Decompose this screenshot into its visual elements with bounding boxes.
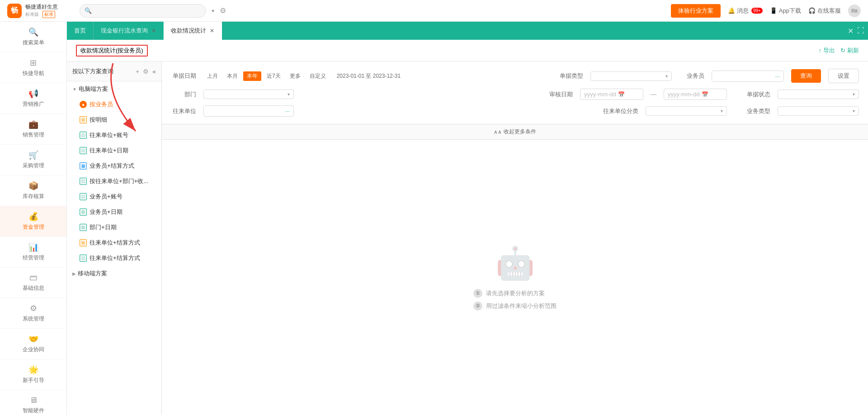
sidebar-item-sales[interactable]: 💼 销售管理 [0,114,66,145]
date-tab-last-month[interactable]: 上月 [203,71,222,81]
scheme-item-supplier-date[interactable]: □ 往来单位+日期 [74,143,161,158]
scheme-item-supplier-dept[interactable]: □ 按往来单位+部门+收... [74,174,161,189]
date-tab-this-month[interactable]: 本月 [223,71,241,81]
tab-receipt[interactable]: 收款情况统计 ✕ [164,22,222,40]
collapse-panel-icon[interactable]: « [152,68,156,75]
date-tab-custom[interactable]: 自定义 [306,71,330,81]
review-date-end-input[interactable]: yyyy-mm-dd 📅 [664,89,727,100]
supplier-date-icon: □ [80,147,87,154]
sidebar-item-hardware[interactable]: 🖥 智能硬件 [0,390,66,415]
top-actions: 体验行业方案 🔔 消息 99+ 📱 App下载 🎧 在线客服 Rit [671,4,861,18]
dept-filter-label: 部门 [171,90,196,99]
scheme-item-staff-date[interactable]: ⊙ 业务员+日期 [74,204,161,220]
left-panel: 按以下方案查询 + ⚙ « ▼ 电脑端方案 ● 按业务员 [67,61,162,415]
refresh-button[interactable]: ↻ 刷新 [840,47,859,55]
business-type-select[interactable]: ▾ [778,106,859,116]
grid-icon: ⊞ [30,58,37,68]
calendar-end-icon[interactable]: 📅 [702,91,708,98]
sidebar-item-search[interactable]: 🔍 搜索菜单 [0,22,66,52]
search-input[interactable] [94,8,201,14]
sidebar-item-system[interactable]: ⚙ 系统管理 [0,298,66,329]
top-search-bar[interactable]: 🔍 [80,4,206,18]
sidebar-item-basic[interactable]: 🗃 基础信息 [0,268,66,298]
settings-button[interactable]: 设置 [828,69,859,83]
staff-select[interactable]: ··· [712,71,784,82]
date-tab-more[interactable]: 更多 [286,71,304,81]
collapse-button[interactable]: ∧∧ 收起更多条件 [494,128,536,136]
scheme-item-by-detail[interactable]: ⊞ 按明细 [74,112,161,127]
partner-select[interactable]: ··· [203,105,294,117]
online-service-label: 在线客服 [817,7,841,15]
bank-tab-close[interactable]: ✕ [151,28,156,34]
empty-state: 🤖 ① 请先选择要分析的方案 ② 用过滤条件来缩小分析范围 [162,140,868,415]
receipt-tab-close[interactable]: ✕ [210,28,214,34]
std-badge: 标准 [42,11,55,18]
logo-area: 畅 畅捷通好生意 标准版 标准 [7,3,74,18]
date-tab-last7[interactable]: 近7天 [263,71,284,81]
desktop-section-label: 电脑端方案 [79,85,108,93]
refresh-icon: ↻ [840,47,845,54]
user-avatar[interactable]: Rit [848,5,861,17]
tab-home[interactable]: 首页 [67,22,94,40]
voucher-status-select[interactable]: ▾ [778,90,859,99]
sidebar-item-operations[interactable]: 📊 经营管理 [0,237,66,268]
sidebar-item-marketing[interactable]: 📢 营销推广 [0,83,66,114]
home-tab-label: 首页 [74,27,86,35]
step-2-number: ② [473,302,482,311]
main-layout: 🔍 搜索菜单 ⊞ 快捷导航 📢 营销推广 💼 销售管理 🛒 采购管理 📦 库存核… [0,22,868,415]
staff-date-label: 业务员+日期 [90,208,123,216]
mobile-section-header[interactable]: ▶ 移动端方案 [67,266,161,281]
date-tab-this-year[interactable]: 本年 [243,71,261,81]
trial-button[interactable]: 体验行业方案 [671,4,721,18]
by-detail-label: 按明细 [90,116,107,124]
tab-bank[interactable]: 现金银行流水查询 ✕ [94,22,164,40]
staff-dots[interactable]: ··· [775,73,780,80]
online-service-item[interactable]: 🎧 在线客服 [808,7,841,15]
expand-window-icon[interactable]: ⛶ [857,27,864,35]
sidebar-item-corp[interactable]: 🤝 企业协同 [0,329,66,359]
app-download-item[interactable]: 📱 App下载 [770,7,801,15]
scheme-item-supplier-account[interactable]: □ 往来单位+账号 [74,127,161,143]
empty-steps: ① 请先选择要分析的方案 ② 用过滤条件来缩小分析范围 [473,289,557,311]
scheme-item-by-staff[interactable]: ● 按业务员 [74,97,161,112]
step-1-label: 请先选择要分析的方案 [486,289,545,297]
calendar-start-icon[interactable]: 📅 [618,91,625,98]
hardware-icon: 🖥 [29,396,38,405]
filter-row-3: 往来单位 ··· 往来单位分类 ▾ 业务类型 [171,105,859,117]
scheme-item-dept-date[interactable]: ⊙ 部门+日期 [74,220,161,235]
sidebar-item-purchase[interactable]: 🛒 采购管理 [0,145,66,175]
sidebar-item-finance[interactable]: 💰 资金管理 [0,206,66,237]
top-icon-group: 🔔 消息 99+ 📱 App下载 🎧 在线客服 Rit [728,5,861,17]
export-button[interactable]: ↑ 导出 [819,47,835,55]
review-date-end-value: yyyy-mm-dd [668,91,700,98]
voucher-type-select[interactable]: ▾ [590,71,672,81]
scheme-settings-icon[interactable]: ⚙ [143,68,149,75]
notification-item[interactable]: 🔔 消息 99+ [728,7,763,15]
dept-select[interactable]: ▾ [203,90,294,99]
window-controls: ✕ ⛶ [848,22,868,40]
top-dropdown[interactable]: ▾ [212,8,214,14]
scheme-item-staff-settle[interactable]: ▦ 业务员+结算方式 [74,158,161,174]
partner-dots[interactable]: ··· [285,108,290,114]
add-scheme-button[interactable]: + [136,68,139,75]
purchase-icon: 🛒 [28,150,38,160]
settings-icon[interactable]: ⚙ [220,6,226,15]
query-button[interactable]: 查询 [791,69,821,83]
dept-dropdown-icon: ▾ [288,92,290,97]
scheme-item-supplier-settle[interactable]: ⊞ 往来单位+结算方式 [74,235,161,250]
logo-sub-text: 标准版 [25,11,39,18]
scheme-item-supplier-settle2[interactable]: □ 往来单位+结算方式 [74,250,161,266]
desktop-section-header[interactable]: ▼ 电脑端方案 [67,81,161,97]
close-window-icon[interactable]: ✕ [848,27,854,35]
panel-title: 按以下方案查询 [72,67,132,75]
search-icon: 🔍 [28,27,38,37]
operations-icon: 📊 [28,242,38,252]
sidebar-item-nav[interactable]: ⊞ 快捷导航 [0,52,66,83]
sidebar-item-guide[interactable]: 🌟 新手引导 [0,359,66,390]
partner-category-select[interactable]: ▾ [646,106,727,116]
app-logo-icon: 畅 [7,4,22,18]
review-date-start-input[interactable]: yyyy-mm-dd 📅 [580,89,643,100]
scheme-item-staff-account[interactable]: □ 业务员+账号 [74,189,161,204]
logo-text-area: 畅捷通好生意 标准版 标准 [25,3,58,18]
sidebar-item-inventory[interactable]: 📦 库存核算 [0,175,66,206]
